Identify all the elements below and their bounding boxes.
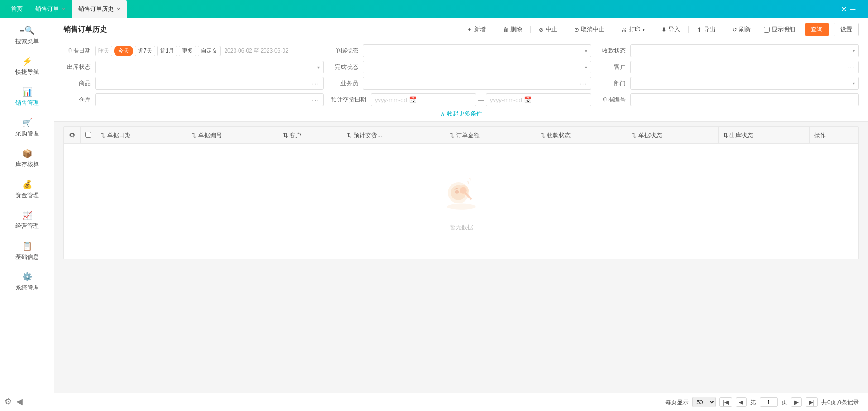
sidebar-item-search-menu[interactable]: ≡🔍 搜索菜单 <box>0 20 54 51</box>
settings-btn-label: 设置 <box>840 26 852 33</box>
svg-point-0 <box>447 204 475 210</box>
topbar-maximize-icon[interactable]: □ <box>859 5 863 13</box>
display-toggle[interactable]: 显示明细 <box>764 25 795 34</box>
page-size-select[interactable]: 20 50 100 <box>692 397 716 407</box>
tab-sales-order[interactable]: 销售订单 ✕ <box>29 0 72 18</box>
dept-select[interactable]: ▾ <box>630 77 859 90</box>
tab-sales-order-close[interactable]: ✕ <box>62 6 66 12</box>
total-records-label: 共0页,0条记录 <box>821 398 859 406</box>
sidebar-item-sales-mgmt[interactable]: 📊 销售管理 <box>0 82 54 112</box>
col-collection-status[interactable]: ⇅ 收款状态 <box>536 127 627 144</box>
sidebar-item-operation-mgmt-label: 经营管理 <box>15 222 39 230</box>
outbound-arrow-icon: ▾ <box>317 65 320 70</box>
search-button[interactable]: 查询 <box>805 23 829 36</box>
date-range-text: 2023-06-02 至 2023-06-02 <box>224 47 288 55</box>
first-page-button[interactable]: |◀ <box>719 397 732 407</box>
sidebar-bottom: ⚙ ◀ <box>0 392 54 411</box>
warehouse-filter-label: 仓库 <box>63 96 95 104</box>
delivery-date-from[interactable]: yyyy-mm-dd 📅 <box>371 93 476 106</box>
topbar-minimize-icon[interactable]: ─ <box>850 5 855 13</box>
sidebar-item-operation-mgmt[interactable]: 📈 经营管理 <box>0 205 54 236</box>
salesperson-select[interactable]: ··· <box>363 77 591 90</box>
outbound-filter-label: 出库状态 <box>63 63 95 71</box>
divider-3 <box>566 26 566 33</box>
date-btn-yesterday[interactable]: 昨天 <box>95 46 112 56</box>
goods-select[interactable]: ··· <box>95 77 324 90</box>
sidebar-item-quick-nav[interactable]: ⚡ 快捷导航 <box>0 51 54 82</box>
filter-collection-col: 收款状态 ▾ <box>599 44 859 57</box>
date-btn-custom[interactable]: 自定义 <box>198 46 221 56</box>
warehouse-select[interactable]: ··· <box>95 93 324 106</box>
sidebar-item-finance-mgmt[interactable]: 💰 资金管理 <box>0 174 54 205</box>
complete-status-select[interactable]: ▾ <box>363 61 591 73</box>
outbound-status-select[interactable]: ▾ <box>95 61 324 73</box>
print-icon: 🖨 <box>621 26 627 33</box>
col-outbound-status[interactable]: ⇅ 出库状态 <box>718 127 809 144</box>
table-settings-col[interactable]: ⚙ <box>64 127 81 144</box>
date-btn-7days[interactable]: 近7天 <box>135 46 155 56</box>
sidebar-item-basic-info[interactable]: 📋 基础信息 <box>0 236 54 266</box>
col-delivery-label: ⇅ 预计交货... <box>347 131 382 140</box>
page-number-input[interactable] <box>760 397 778 407</box>
filter-orderno-col: 单据编号 <box>599 93 859 106</box>
divider-2 <box>530 26 531 33</box>
cancel-stop-button[interactable]: ⊙ 取消中止 <box>571 24 608 35</box>
stop-button[interactable]: ⊘ 中止 <box>535 24 561 35</box>
export-icon: ⬆ <box>697 26 702 33</box>
col-customer[interactable]: ⇅ 客户 <box>278 127 342 144</box>
sidebar-collapse-icon[interactable]: ◀ <box>16 396 23 406</box>
new-button[interactable]: ＋ 新增 <box>463 24 489 35</box>
finance-mgmt-icon: 💰 <box>22 179 32 189</box>
calendar-from-icon: 📅 <box>409 96 417 103</box>
customer-filter-label: 客户 <box>599 63 630 71</box>
collection-arrow-icon: ▾ <box>853 48 855 53</box>
collapse-row[interactable]: ∧ 收起更多条件 <box>63 108 859 119</box>
display-toggle-checkbox[interactable] <box>764 27 770 33</box>
sidebar-item-inventory-label: 库存核算 <box>15 160 39 169</box>
prev-page-button[interactable]: ◀ <box>736 397 747 407</box>
orderno-filter-label: 单据编号 <box>599 96 630 104</box>
col-date[interactable]: ⇅ 单据日期 <box>96 127 187 144</box>
date-dash: — <box>478 97 484 103</box>
col-order-status[interactable]: ⇅ 单据状态 <box>627 127 718 144</box>
sidebar-settings-icon[interactable]: ⚙ <box>5 396 12 406</box>
date-btn-1month[interactable]: 近1月 <box>157 46 177 56</box>
date-btn-more[interactable]: 更多 <box>179 46 196 56</box>
delete-button[interactable]: 🗑 删除 <box>499 24 526 35</box>
filter-complete-col: 完成状态 ▾ <box>331 61 591 73</box>
col-no[interactable]: ⇅ 单据编号 <box>187 127 278 144</box>
delivery-date-to[interactable]: yyyy-mm-dd 📅 <box>486 93 591 106</box>
filter-row-3: 商品 ··· 业务员 ··· 部门 ▾ <box>63 77 859 90</box>
col-operation: 操作 <box>809 127 858 144</box>
export-button[interactable]: ⬆ 导出 <box>693 24 719 35</box>
next-page-button[interactable]: ▶ <box>791 397 802 407</box>
col-no-label: ⇅ 单据编号 <box>192 131 222 140</box>
empty-state: 暂无数据 <box>64 144 858 259</box>
collection-status-select[interactable]: ▾ <box>630 44 859 57</box>
sidebar-item-purchase-mgmt[interactable]: 🛒 采购管理 <box>0 112 54 143</box>
print-button[interactable]: 🖨 打印 ▾ <box>618 24 648 35</box>
order-status-select[interactable]: ▾ <box>363 44 591 57</box>
customer-select[interactable]: ··· <box>630 61 859 73</box>
tab-sales-order-history[interactable]: 销售订单历史 ✕ <box>72 0 127 18</box>
goods-filter-label: 商品 <box>63 79 95 87</box>
last-page-button[interactable]: ▶| <box>806 397 818 407</box>
col-amount[interactable]: ⇅ 订单金额 <box>445 127 536 144</box>
salesperson-filter-label: 业务员 <box>331 79 363 87</box>
orderno-input[interactable] <box>630 93 859 106</box>
tab-home[interactable]: 首页 <box>5 0 29 18</box>
select-all-checkbox[interactable] <box>85 132 91 138</box>
import-button[interactable]: ⬇ 导入 <box>658 24 684 35</box>
sales-mgmt-icon: 📊 <box>22 87 32 97</box>
refresh-button[interactable]: ↺ 刷新 <box>729 24 754 35</box>
settings-button[interactable]: 设置 <box>834 23 859 36</box>
sidebar-item-quick-nav-label: 快捷导航 <box>15 68 39 76</box>
tab-sales-order-history-close[interactable]: ✕ <box>116 6 120 12</box>
col-delivery[interactable]: ⇅ 预计交货... <box>342 127 445 144</box>
topbar-close-icon[interactable]: ✕ <box>841 5 847 14</box>
filter-row-4: 仓库 ··· 预计交货日期 yyyy-mm-dd 📅 — <box>63 93 859 106</box>
sidebar-item-inventory[interactable]: 📦 库存核算 <box>0 143 54 174</box>
sidebar-item-system-mgmt[interactable]: ⚙️ 系统管理 <box>0 266 54 297</box>
date-btn-today[interactable]: 今天 <box>114 46 133 56</box>
empty-text: 暂无数据 <box>450 223 473 232</box>
